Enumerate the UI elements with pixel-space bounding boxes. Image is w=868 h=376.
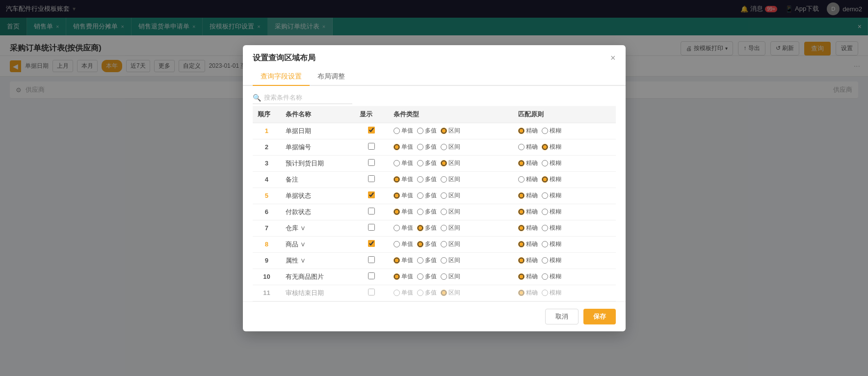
modal-title: 设置查询区域布局 bbox=[253, 53, 316, 63]
tab-layout-adjust[interactable]: 布局调整 bbox=[310, 68, 353, 86]
search-icon: 🔍 bbox=[253, 94, 261, 102]
modal-search-area: 🔍 bbox=[243, 86, 626, 104]
search-input[interactable] bbox=[264, 94, 352, 101]
modal-close-button[interactable]: × bbox=[610, 53, 616, 63]
search-box: 🔍 bbox=[253, 92, 352, 104]
settings-modal: 设置查询区域布局 × 查询字段设置 布局调整 🔍 顺序 bbox=[243, 45, 626, 104]
tab-field-settings[interactable]: 查询字段设置 bbox=[253, 68, 310, 86]
modal-tabs: 查询字段设置 布局调整 bbox=[243, 68, 626, 86]
modal-overlay[interactable]: 设置查询区域布局 × 查询字段设置 布局调整 🔍 顺序 bbox=[0, 0, 868, 104]
modal-header: 设置查询区域布局 × bbox=[243, 45, 626, 63]
